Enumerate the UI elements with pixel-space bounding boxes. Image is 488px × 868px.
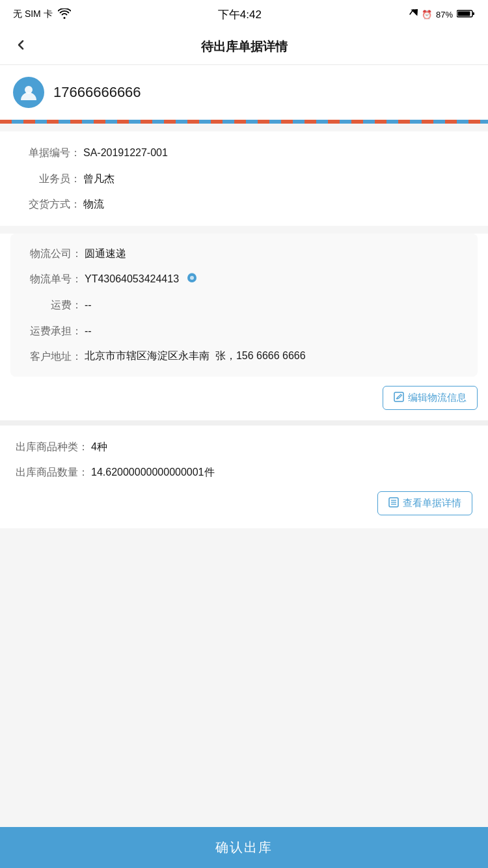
logistics-tracking-row: 物流单号： YT43064053424413 <box>23 271 465 288</box>
wifi-icon <box>58 8 71 21</box>
edit-icon <box>394 392 404 404</box>
status-left: 无 SIM 卡 <box>13 8 71 21</box>
edit-button-row: 编辑物流信息 <box>10 386 478 410</box>
goods-quantity-value: 14.62000000000000001件 <box>91 464 472 481</box>
alarm-icon: ⏰ <box>422 10 432 20</box>
logistics-tracking-label: 物流单号： <box>23 271 82 288</box>
list-icon <box>388 497 399 509</box>
customer-avatar <box>13 77 44 108</box>
delivery-value: 物流 <box>83 196 472 213</box>
sim-status: 无 SIM 卡 <box>13 8 53 20</box>
nav-bar: 待出库单据详情 <box>0 29 488 65</box>
section-separator <box>0 420 488 426</box>
goods-types-row: 出库商品种类： 4种 <box>16 439 472 455</box>
delivery-row: 交货方式： 物流 <box>16 196 472 213</box>
order-info-section: 单据编号： SA-20191227-001 业务员： 曾凡杰 交货方式： 物流 <box>0 131 488 226</box>
svg-rect-1 <box>472 12 474 15</box>
goods-quantity-label: 出库商品数量： <box>16 464 88 481</box>
status-right: ⏰ 87% <box>409 8 475 21</box>
salesman-label: 业务员： <box>16 170 81 187</box>
goods-quantity-row: 出库商品数量： 14.62000000000000001件 <box>16 464 472 481</box>
salesman-row: 业务员： 曾凡杰 <box>16 170 472 187</box>
bottom-spacer <box>0 528 488 606</box>
freight-bear-row: 运费承担： -- <box>23 323 465 340</box>
logistics-tracking-value: YT43064053424413 <box>85 271 465 288</box>
battery-level: 87% <box>436 10 453 20</box>
edit-logistics-button[interactable]: 编辑物流信息 <box>383 386 478 410</box>
logistics-company-label: 物流公司： <box>23 245 82 262</box>
logistics-card: 物流公司： 圆通速递 物流单号： YT43064053424413 运费： -- <box>10 234 478 377</box>
location-pin-icon[interactable] <box>184 271 200 287</box>
status-time: 下午4:42 <box>218 7 262 22</box>
order-no-row: 单据编号： SA-20191227-001 <box>16 144 472 161</box>
freight-row: 运费： -- <box>23 297 465 314</box>
back-button[interactable] <box>8 32 34 62</box>
status-bar: 无 SIM 卡 下午4:42 ⏰ 87% <box>0 0 488 29</box>
freight-bear-value: -- <box>85 323 465 340</box>
confirm-outbound-button[interactable]: 确认出库 <box>0 839 488 856</box>
freight-label: 运费： <box>23 297 82 314</box>
battery-icon <box>457 9 475 20</box>
goods-section: 出库商品种类： 4种 出库商品数量： 14.62000000000000001件… <box>0 426 488 528</box>
goods-types-label: 出库商品种类： <box>16 439 88 455</box>
salesman-value: 曾凡杰 <box>83 170 472 187</box>
svg-rect-2 <box>457 11 470 16</box>
dashed-divider <box>0 120 488 124</box>
view-details-label: 查看单据详情 <box>403 497 461 509</box>
order-no-value: SA-20191227-001 <box>83 144 472 161</box>
address-label: 客户地址： <box>23 348 82 365</box>
freight-value: -- <box>85 297 465 314</box>
view-details-row: 查看单据详情 <box>16 491 472 515</box>
logistics-company-row: 物流公司： 圆通速递 <box>23 245 465 262</box>
edit-logistics-label: 编辑物流信息 <box>408 392 467 404</box>
address-value: 北京市市辖区海淀区永丰南 张，156 6666 6666 <box>85 348 465 364</box>
address-row: 客户地址： 北京市市辖区海淀区永丰南 张，156 6666 6666 <box>23 348 465 365</box>
order-no-label: 单据编号： <box>16 144 81 161</box>
logistics-company-value: 圆通速递 <box>85 245 465 262</box>
page-title: 待出库单据详情 <box>201 38 288 55</box>
goods-types-value: 4种 <box>91 439 472 455</box>
confirm-button-container: 确认出库 <box>0 827 488 868</box>
freight-bear-label: 运费承担： <box>23 323 82 340</box>
svg-rect-6 <box>394 392 403 401</box>
view-details-button[interactable]: 查看单据详情 <box>377 491 472 515</box>
customer-header: 17666666666 <box>0 65 488 120</box>
customer-phone: 17666666666 <box>53 84 141 101</box>
delivery-label: 交货方式： <box>16 196 81 213</box>
location-status-icon <box>409 8 418 21</box>
